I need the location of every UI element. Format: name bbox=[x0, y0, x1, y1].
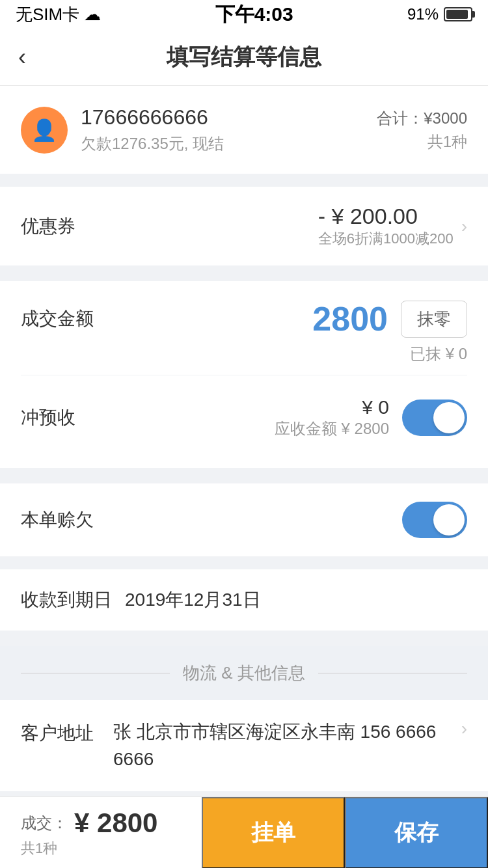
user-details: 17666666666 欠款1276.35元, 现结 bbox=[81, 105, 224, 154]
section-divider bbox=[21, 375, 467, 375]
status-right: 91% bbox=[407, 5, 472, 23]
amount-row: 成交金额 2800 抹零 bbox=[21, 299, 467, 338]
footer-amount: ¥ 2800 bbox=[74, 807, 157, 839]
charge-amount: ¥ 0 bbox=[275, 396, 389, 418]
charge-values: ¥ 0 应收金额 ¥ 2800 bbox=[275, 396, 389, 439]
amount-right: 2800 抹零 bbox=[312, 299, 467, 338]
charge-label: 冲预收 bbox=[21, 405, 75, 430]
total-count: 共1种 bbox=[377, 131, 467, 152]
coupon-info: - ¥ 200.00 全场6折满1000减200 bbox=[318, 204, 454, 249]
round-button[interactable]: 抹零 bbox=[401, 301, 467, 338]
debit-section: 本单赊欠 bbox=[0, 483, 488, 556]
address-value: 张 北京市市辖区海淀区永丰南 156 6666 6666 bbox=[113, 718, 459, 773]
coupon-chevron-icon: › bbox=[461, 216, 467, 237]
status-left: 无SIM卡 ☁ bbox=[16, 3, 101, 26]
footer: 成交： ¥ 2800 共1种 挂单 保存 bbox=[0, 796, 488, 868]
status-time: 下午4:03 bbox=[215, 1, 293, 28]
user-left: 👤 17666666666 欠款1276.35元, 现结 bbox=[21, 105, 224, 154]
content: 👤 17666666666 欠款1276.35元, 现结 合计：¥3000 共1… bbox=[0, 86, 488, 868]
transaction-sub: 已抹 ¥ 0 bbox=[21, 344, 467, 364]
battery-fill bbox=[446, 10, 468, 19]
toggle-knob bbox=[433, 402, 465, 433]
footer-count: 共1种 bbox=[21, 839, 181, 858]
debit-toggle-knob bbox=[433, 504, 465, 536]
address-label: 客户地址 bbox=[21, 718, 94, 746]
page-title: 填写结算等信息 bbox=[167, 42, 321, 72]
coupon-right: - ¥ 200.00 全场6折满1000减200 › bbox=[318, 204, 467, 249]
charge-row: 冲预收 ¥ 0 应收金额 ¥ 2800 bbox=[21, 386, 467, 450]
user-phone: 17666666666 bbox=[81, 105, 224, 129]
user-right: 合计：¥3000 共1种 bbox=[377, 108, 467, 152]
due-section: 收款到期日 2019年12月31日 bbox=[0, 569, 488, 631]
hold-button[interactable]: 挂单 bbox=[202, 797, 345, 869]
back-button[interactable]: ‹ bbox=[18, 44, 26, 71]
charge-sub: 应收金额 ¥ 2800 bbox=[275, 418, 389, 439]
transaction-value: 2800 bbox=[312, 299, 388, 338]
amount-section: 成交金额 2800 抹零 已抹 ¥ 0 冲预收 ¥ 0 应收金额 ¥ 2800 bbox=[0, 281, 488, 468]
total-label: 合计：¥3000 bbox=[377, 108, 467, 129]
divider-4 bbox=[0, 556, 488, 569]
coupon-amount: - ¥ 200.00 bbox=[318, 204, 454, 229]
status-bar: 无SIM卡 ☁ 下午4:03 91% bbox=[0, 0, 488, 29]
divider-2 bbox=[0, 265, 488, 281]
sim-label: 无SIM卡 ☁ bbox=[16, 3, 101, 26]
address-section[interactable]: 客户地址 张 北京市市辖区海淀区永丰南 156 6666 6666 › bbox=[0, 700, 488, 791]
user-info-row: 👤 17666666666 欠款1276.35元, 现结 合计：¥3000 共1… bbox=[21, 105, 467, 154]
divider-3 bbox=[0, 468, 488, 483]
divider-1 bbox=[0, 174, 488, 187]
save-button[interactable]: 保存 bbox=[345, 797, 488, 869]
page-header: ‹ 填写结算等信息 bbox=[0, 29, 488, 86]
coupon-desc: 全场6折满1000减200 bbox=[318, 229, 454, 249]
user-sub: 欠款1276.35元, 现结 bbox=[81, 133, 224, 154]
footer-prefix: 成交： bbox=[21, 813, 68, 834]
logistics-header: 物流 & 其他信息 bbox=[0, 646, 488, 700]
user-info-card: 👤 17666666666 欠款1276.35元, 现结 合计：¥3000 共1… bbox=[0, 86, 488, 174]
battery-icon bbox=[444, 7, 472, 21]
battery-percent: 91% bbox=[407, 5, 439, 23]
charge-toggle[interactable] bbox=[402, 400, 467, 436]
footer-main: 成交： ¥ 2800 bbox=[21, 807, 181, 839]
coupon-label: 优惠券 bbox=[21, 214, 75, 239]
due-row: 收款到期日 2019年12月31日 bbox=[21, 588, 467, 612]
due-date-value: 2019年12月31日 bbox=[125, 588, 261, 612]
debit-label: 本单赊欠 bbox=[21, 508, 94, 532]
debit-toggle[interactable] bbox=[402, 502, 467, 538]
charge-right: ¥ 0 应收金额 ¥ 2800 bbox=[275, 396, 467, 439]
divider-5 bbox=[0, 631, 488, 646]
avatar: 👤 bbox=[21, 107, 68, 154]
amount-label: 成交金额 bbox=[21, 306, 94, 331]
footer-info: 成交： ¥ 2800 共1种 bbox=[0, 807, 202, 858]
coupon-row[interactable]: 优惠券 - ¥ 200.00 全场6折满1000减200 › bbox=[0, 187, 488, 265]
logistics-line-right bbox=[318, 673, 467, 673]
address-chevron-icon: › bbox=[461, 718, 467, 739]
logistics-line-left bbox=[21, 673, 170, 673]
logistics-text: 物流 & 其他信息 bbox=[183, 662, 305, 685]
due-label: 收款到期日 bbox=[21, 588, 112, 612]
